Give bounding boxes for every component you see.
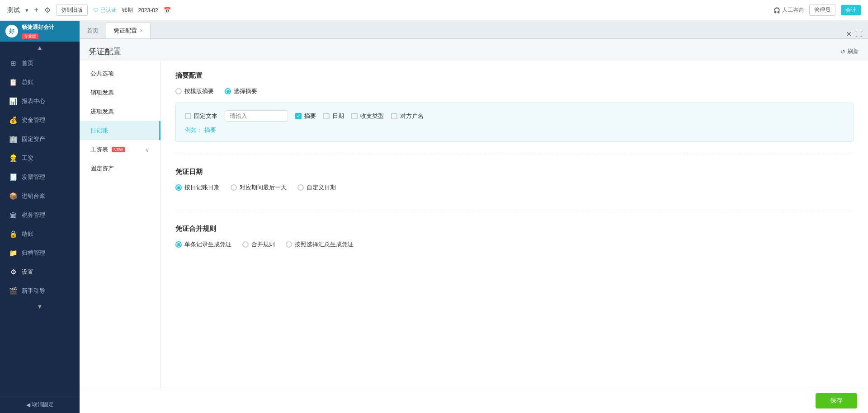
tab-controls: ✕ ⛶ bbox=[846, 30, 868, 38]
tab-home[interactable]: 首页 bbox=[80, 23, 106, 38]
leftnav-item-diary[interactable]: 日记账 bbox=[80, 121, 160, 140]
fixed-text-input[interactable] bbox=[225, 110, 288, 122]
top-bar: 测试 ▾ + ⚙ 切到旧版 🛡 已认证 账期 2023-02 📅 🎧 人工咨询 … bbox=[0, 0, 868, 21]
certified-label: 已认证 bbox=[100, 6, 117, 14]
page-header: 凭证配置 ↺ 刷新 bbox=[80, 39, 868, 61]
sidebar-item-assets[interactable]: 🏢 固定资产 bbox=[0, 130, 80, 149]
new-badge: NEW bbox=[112, 147, 125, 152]
date-title: 凭证日期 bbox=[175, 168, 854, 176]
sidebar-logo: 好 畅捷通好会计 专业版 bbox=[0, 21, 80, 42]
page-content: 凭证配置 ↺ 刷新 公共选项 销项发票 进项发票 bbox=[80, 39, 868, 388]
home-icon: ⊞ bbox=[9, 59, 17, 67]
admin-button[interactable]: 管理员 bbox=[809, 5, 835, 16]
summary-title: 摘要配置 bbox=[175, 71, 854, 80]
tab-config[interactable]: 凭证配置 × bbox=[106, 22, 151, 38]
date-section: 凭证日期 按日记账日期 对应期间最后一天 bbox=[175, 168, 854, 210]
tab-close-button[interactable]: ✕ bbox=[846, 30, 852, 38]
period-label: 账期 bbox=[122, 6, 133, 14]
sidebar-item-funds[interactable]: 💰 资金管理 bbox=[0, 111, 80, 130]
payroll-icon: 👷 bbox=[9, 154, 17, 162]
arrow-icon: ∨ bbox=[145, 146, 150, 153]
summary-box-row: 固定文本 摘要 日期 bbox=[185, 110, 844, 122]
checkbox-cashtype-box bbox=[351, 113, 358, 119]
checkbox-fixed-text-box bbox=[185, 113, 191, 119]
merge-section: 凭证合并规则 单条记录生成凭证 合并规则 bbox=[175, 225, 854, 267]
refresh-button[interactable]: ↺ 刷新 bbox=[840, 47, 859, 56]
leftnav-item-fixed-assets[interactable]: 固定资产 bbox=[80, 159, 160, 178]
example-text: 例如： 摘要 bbox=[185, 126, 844, 134]
certified-badge: 🛡 已认证 bbox=[93, 6, 117, 14]
logo-badge: 专业版 bbox=[22, 33, 38, 39]
tab-bar: 首页 凭证配置 × ✕ ⛶ bbox=[80, 21, 868, 39]
add-button[interactable]: + bbox=[34, 5, 39, 15]
checkbox-fixed-text[interactable]: 固定文本 bbox=[185, 112, 217, 120]
leftnav-item-payroll-table[interactable]: 工资表 NEW ∨ bbox=[80, 140, 160, 159]
checkbox-abstract[interactable]: 摘要 bbox=[295, 112, 316, 120]
radio-single-circle bbox=[175, 241, 182, 248]
sidebar-item-invoice[interactable]: 🧾 发票管理 bbox=[0, 168, 80, 187]
sidebar-item-sales[interactable]: 📦 进销台账 bbox=[0, 187, 80, 206]
checkbox-counterparty[interactable]: 对方户名 bbox=[391, 112, 424, 120]
checkbox-date[interactable]: 日期 bbox=[323, 112, 344, 120]
cancel-fixed-button[interactable]: ◀ 取消固定 bbox=[0, 396, 80, 413]
sidebar-scroll-up[interactable]: ▲ bbox=[0, 42, 80, 54]
checkbox-date-box bbox=[323, 113, 330, 119]
merge-radio-group: 单条记录生成凭证 合并规则 按照选择汇总生成凭证 bbox=[175, 240, 854, 249]
leftnav-item-purchase-invoice[interactable]: 进项发票 bbox=[80, 102, 160, 121]
save-button[interactable]: 保存 bbox=[816, 393, 857, 408]
guide-icon: 🎬 bbox=[9, 287, 17, 295]
accountant-button[interactable]: 会计 bbox=[841, 5, 861, 15]
summary-section: 摘要配置 按模版摘要 选择摘要 bbox=[175, 71, 854, 153]
leftnav-item-sales-invoice[interactable]: 销项发票 bbox=[80, 83, 160, 102]
sidebar-scroll-down[interactable]: ▼ bbox=[0, 300, 80, 313]
tax-icon: 🏛 bbox=[9, 211, 17, 219]
company-name: 测试 bbox=[7, 6, 20, 14]
refresh-icon: ↺ bbox=[840, 48, 845, 55]
tab-close-icon[interactable]: × bbox=[140, 28, 143, 34]
sidebar-item-archive[interactable]: 📁 归档管理 bbox=[0, 244, 80, 263]
service-btn[interactable]: 🎧 人工咨询 bbox=[774, 6, 804, 14]
bottom-bar: 保存 bbox=[80, 388, 868, 413]
sidebar: 好 畅捷通好会计 专业版 ▲ ⊞ 首页 📋 总账 📊 报表中心 💰 bbox=[0, 21, 80, 413]
sidebar-item-home[interactable]: ⊞ 首页 bbox=[0, 54, 80, 73]
merge-option-single[interactable]: 单条记录生成凭证 bbox=[175, 240, 231, 249]
sales-icon: 📦 bbox=[9, 192, 17, 200]
page-title: 凭证配置 bbox=[89, 46, 121, 57]
merge-option-rules[interactable]: 合并规则 bbox=[242, 240, 275, 249]
calendar-icon[interactable]: 📅 bbox=[164, 7, 171, 14]
radio-last-circle bbox=[231, 184, 237, 191]
summary-option-select[interactable]: 选择摘要 bbox=[225, 87, 257, 95]
switch-old-button[interactable]: 切到旧版 bbox=[56, 5, 88, 16]
sidebar-item-ledger[interactable]: 📋 总账 bbox=[0, 73, 80, 92]
logo-text: 畅捷通好会计 专业版 bbox=[22, 23, 54, 39]
settings-icon: ⚙ bbox=[9, 268, 17, 276]
sidebar-item-tax[interactable]: 🏛 税务管理 bbox=[0, 206, 80, 225]
sidebar-item-close[interactable]: 🔒 结账 bbox=[0, 225, 80, 244]
radio-rules-circle bbox=[242, 241, 249, 248]
checkbox-cashtype[interactable]: 收支类型 bbox=[351, 112, 384, 120]
summary-option-template[interactable]: 按模版摘要 bbox=[175, 87, 214, 95]
checkbox-abstract-box bbox=[295, 113, 302, 119]
radio-summary-circle bbox=[286, 241, 292, 248]
certified-icon: 🛡 bbox=[93, 7, 99, 14]
sidebar-item-reports[interactable]: 📊 报表中心 bbox=[0, 92, 80, 111]
gear-icon[interactable]: ⚙ bbox=[44, 6, 51, 14]
dropdown-icon[interactable]: ▾ bbox=[25, 7, 28, 14]
service-icon: 🎧 bbox=[774, 7, 780, 14]
date-option-last[interactable]: 对应期间最后一天 bbox=[231, 183, 287, 192]
archive-icon: 📁 bbox=[9, 249, 17, 257]
summary-box: 固定文本 摘要 日期 bbox=[175, 103, 854, 142]
tab-fullscreen-button[interactable]: ⛶ bbox=[855, 30, 863, 38]
merge-option-summary[interactable]: 按照选择汇总生成凭证 bbox=[286, 240, 354, 249]
funds-icon: 💰 bbox=[9, 116, 17, 124]
sidebar-item-guide[interactable]: 🎬 新手引导 bbox=[0, 282, 80, 300]
config-layout: 公共选项 销项发票 进项发票 日记账 工资表 NEW bbox=[80, 61, 868, 388]
radio-template-circle bbox=[175, 88, 182, 94]
leftnav-item-public[interactable]: 公共选项 bbox=[80, 64, 160, 83]
cancel-fixed-icon: ◀ bbox=[26, 402, 30, 408]
date-option-custom[interactable]: 自定义日期 bbox=[297, 183, 336, 192]
date-option-diary[interactable]: 按日记账日期 bbox=[175, 183, 220, 192]
sidebar-item-settings[interactable]: ⚙ 设置 bbox=[0, 263, 80, 282]
sidebar-item-payroll[interactable]: 👷 工资 bbox=[0, 149, 80, 168]
left-nav: 公共选项 销项发票 进项发票 日记账 工资表 NEW bbox=[80, 61, 161, 388]
